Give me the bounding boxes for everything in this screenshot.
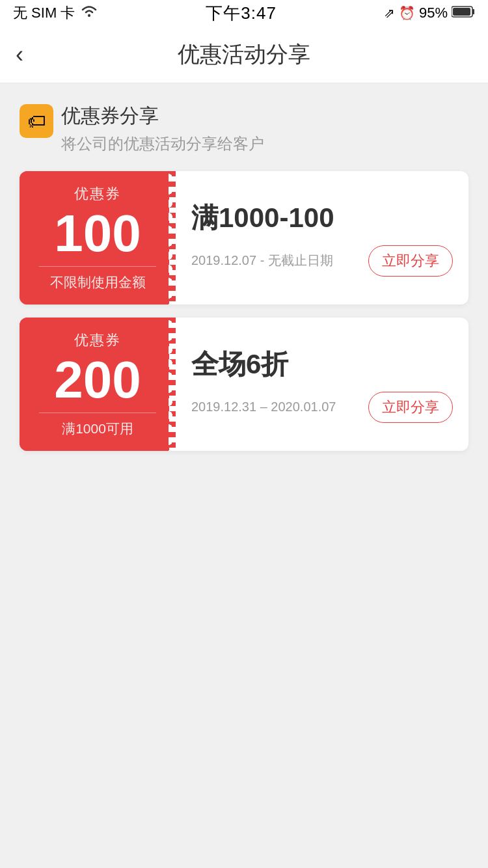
coupon-label-1: 优惠券 [74, 331, 121, 350]
back-button[interactable]: ‹ [16, 41, 23, 68]
location-icon: ⇗ [384, 5, 395, 21]
status-bar: 无 SIM 卡 下午3:47 ⇗ ⏰ 95% [0, 0, 488, 26]
coupon-amount-0: 100 [54, 208, 141, 260]
battery-icon [452, 5, 475, 21]
coupon-stub: 优惠券 100 不限制使用金额 [20, 171, 176, 305]
coupon-condition-0: 不限制使用金额 [50, 273, 146, 292]
status-time: 下午3:47 [206, 2, 277, 25]
svg-rect-2 [472, 9, 474, 14]
share-button-0[interactable]: 立即分享 [368, 245, 453, 277]
section-heading: 优惠券分享 [61, 103, 264, 129]
section-description: 将公司的优惠活动分享给客户 [61, 133, 264, 154]
coupon-detail: 全场6折 2019.12.31 – 2020.01.07 立即分享 [176, 318, 468, 451]
coupon-divider [39, 413, 156, 413]
empty-area [0, 470, 488, 796]
coupon-amount-1: 200 [54, 354, 141, 406]
coupons-list: 优惠券 100 不限制使用金额 满1000-100 2019.12.07 - 无… [0, 165, 488, 470]
svg-point-0 [88, 14, 90, 17]
coupon-meta-0: 2019.12.07 - 无截止日期 立即分享 [191, 245, 453, 277]
section-header: 🏷 优惠券分享 将公司的优惠活动分享给客户 [0, 83, 488, 165]
wifi-icon [80, 4, 98, 22]
nav-bar: ‹ 优惠活动分享 [0, 26, 488, 83]
carrier-text: 无 SIM 卡 [13, 3, 75, 23]
svg-rect-3 [453, 8, 470, 16]
coupon-date-1: 2019.12.31 – 2020.01.07 [191, 400, 336, 414]
coupon-date-0: 2019.12.07 - 无截止日期 [191, 252, 333, 269]
coupon-left-area: 优惠券 200 满1000可用 [20, 318, 176, 451]
section-icon: 🏷 [20, 104, 53, 138]
coupon-title-1: 全场6折 [191, 346, 453, 383]
status-right: ⇗ ⏰ 95% [384, 5, 475, 21]
coupon-title-0: 满1000-100 [191, 200, 453, 236]
alarm-icon: ⏰ [399, 5, 415, 21]
page-title: 优惠活动分享 [178, 40, 310, 70]
coupon-meta-1: 2019.12.31 – 2020.01.07 立即分享 [191, 392, 453, 423]
section-text: 优惠券分享 将公司的优惠活动分享给客户 [61, 103, 264, 154]
coupon-detail: 满1000-100 2019.12.07 - 无截止日期 立即分享 [176, 171, 468, 305]
coupon-card: 优惠券 100 不限制使用金额 满1000-100 2019.12.07 - 无… [20, 171, 468, 305]
status-left: 无 SIM 卡 [13, 3, 98, 23]
coupon-card: 优惠券 200 满1000可用 全场6折 2019.12.31 – 2020.0… [20, 318, 468, 451]
coupon-condition-1: 满1000可用 [62, 420, 133, 438]
coupon-stub: 优惠券 200 满1000可用 [20, 318, 176, 451]
coupon-left-area: 优惠券 100 不限制使用金额 [20, 171, 176, 305]
share-button-1[interactable]: 立即分享 [368, 392, 453, 423]
coupon-divider [39, 266, 156, 267]
coupon-label-0: 优惠券 [74, 184, 121, 204]
battery-text: 95% [419, 5, 448, 21]
